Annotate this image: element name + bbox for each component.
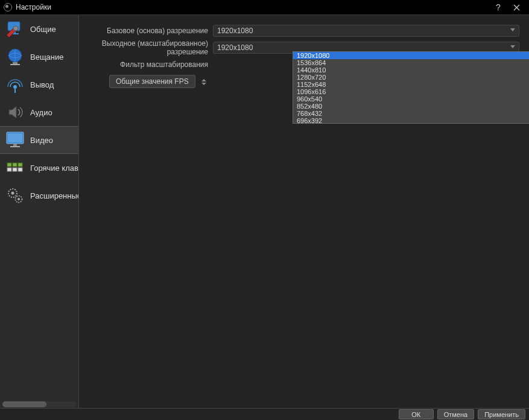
sidebar-item-advanced[interactable]: Расширенные [0,182,78,209]
keyboard-icon [5,158,25,178]
main-area: Общие Вещание Вы [0,14,529,409]
svg-rect-12 [10,146,20,147]
sidebar: Общие Вещание Вы [0,15,79,409]
ok-button[interactable]: ОК [399,409,434,419]
gears-icon [5,185,25,206]
fps-label: Общие значения FPS [116,77,189,86]
svg-rect-16 [7,168,11,171]
chevron-up-icon [201,79,206,81]
sidebar-item-video[interactable]: Видео [0,126,78,154]
sidebar-item-stream[interactable]: Вещание [0,43,78,71]
resolution-option[interactable]: 1536x864 [293,59,529,66]
sidebar-item-label: Аудио [30,108,78,117]
base-resolution-label: Базовое (основа) разрешение [89,27,213,35]
speaker-icon [5,102,25,122]
resolution-dropdown: 1920x10801536x8641440x8101280x7201152x64… [293,51,529,124]
base-resolution-combo[interactable]: 1920x1080 [213,25,519,37]
sidebar-item-audio[interactable]: Аудио [0,98,78,126]
svg-rect-13 [7,163,11,167]
signal-icon [5,74,25,95]
fps-spinner[interactable] [200,78,208,86]
resolution-option[interactable]: 1096x616 [293,88,529,95]
svg-rect-10 [8,133,22,142]
sidebar-item-label: Общие [30,25,78,34]
resolution-option[interactable]: 1280x720 [293,74,529,81]
scale-filter-label: Фильтр масштабирования [89,60,213,69]
svg-rect-8 [14,89,16,93]
monitor-icon [5,130,25,150]
scrollbar-thumb[interactable] [2,401,46,407]
sidebar-item-output[interactable]: Вывод [0,71,78,98]
chevron-down-icon [510,45,515,48]
base-resolution-value: 1920x1080 [217,27,253,35]
svg-rect-14 [13,163,17,167]
chevron-down-icon [510,28,515,31]
resolution-option[interactable]: 1152x648 [293,81,529,88]
sidebar-item-label: Вещание [30,52,78,62]
resolution-option[interactable]: 852x480 [293,103,529,110]
svg-rect-17 [13,168,17,171]
sidebar-item-hotkeys[interactable]: Горячие клавиши [0,154,78,182]
globe-icon [5,46,25,67]
fps-button[interactable]: Общие значения FPS [109,75,195,88]
svg-point-20 [11,192,14,195]
resolution-option[interactable]: 960x540 [293,95,529,103]
sidebar-item-label: Горячие клавиши [30,164,78,173]
svg-point-3 [13,26,18,31]
svg-point-7 [13,85,17,89]
cancel-button[interactable]: Отмена [437,409,474,419]
content-panel: Базовое (основа) разрешение 1920x1080 Вы… [79,15,529,409]
app-icon [4,3,12,11]
output-resolution-label: Выходное (масштабированное) разрешение [89,39,213,56]
apply-button[interactable]: Применить [478,409,525,419]
sidebar-scrollbar[interactable] [2,401,76,407]
dialog-footer: ОК Отмена Применить [0,409,529,420]
sidebar-item-label: Расширенные [30,191,78,200]
svg-rect-6 [10,64,20,65]
resolution-option[interactable]: 768x432 [293,110,529,117]
resolution-option[interactable]: 1440x810 [293,66,529,74]
svg-rect-5 [13,62,17,64]
chevron-down-icon [201,83,206,85]
svg-point-22 [17,198,20,200]
wrench-icon [5,19,25,39]
sidebar-item-label: Видео [30,136,78,145]
titlebar: Настройки ? [0,0,529,14]
sidebar-item-label: Вывод [30,80,78,89]
help-button[interactable]: ? [489,0,507,14]
sidebar-item-general[interactable]: Общие [0,15,78,43]
close-button[interactable] [507,0,525,14]
svg-rect-11 [13,144,17,146]
svg-rect-18 [18,168,22,171]
svg-rect-15 [18,163,22,167]
resolution-option[interactable]: 1920x1080 [293,52,529,59]
window-title: Настройки [16,3,51,11]
output-resolution-value: 1920x1080 [217,43,253,52]
resolution-option[interactable]: 696x392 [293,117,529,123]
